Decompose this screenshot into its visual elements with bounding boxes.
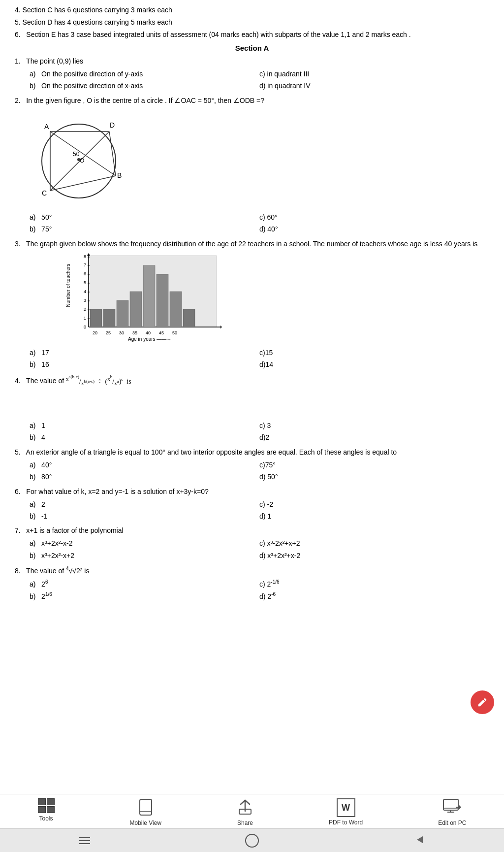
svg-rect-40 [170,292,182,327]
svg-text:40: 40 [146,330,151,335]
svg-text:35: 35 [132,330,137,335]
q7-option-a: a) x³+2x²-x-2 [30,538,259,549]
svg-text:50: 50 [73,151,80,158]
q3-options: a) 17 c)15 b) 16 d)14 [15,347,489,370]
edit-icon [477,697,488,708]
question-1: 1. The point (0,9) lies a) On the positi… [15,56,489,92]
q6-option-c: c) -2 [259,499,489,510]
svg-rect-54 [140,799,152,815]
q6-options: a) 2 c) -2 b) -1 d) 1 [15,499,489,522]
q2-option-a: a) 50° [30,212,259,223]
svg-text:Age in years ——→: Age in years ——→ [128,336,171,342]
svg-text:7: 7 [84,262,86,267]
tools-icon [38,798,55,813]
hamburger-menu-button[interactable] [75,833,94,848]
edit-on-pc-label: Edit on PC [438,819,466,826]
q1-option-b: b) On the positive direction of x-axis [30,80,259,91]
q5-option-d: d) 50° [259,471,489,482]
q8-option-c: c) 2-1/6 [259,578,489,590]
q4-formula: xa(b-c)/xb(a-c) ÷ (xb/xa)c is [66,378,131,385]
bar-chart-container: Number of teachers 0 1 2 3 [74,253,231,343]
svg-marker-64 [417,836,423,843]
svg-rect-34 [90,309,102,327]
q4-option-b: b) 4 [30,432,259,443]
q8-option-d: d) 2-6 [259,590,489,602]
header-line5: 5. Section D has 4 questions carrying 5 … [15,17,489,28]
svg-text:1: 1 [84,316,86,321]
q4-option-a: a) 1 [30,420,259,431]
mobile-view-icon [138,798,154,818]
q6-option-b: b) -1 [30,511,259,522]
back-button[interactable] [410,830,429,851]
q2-option-c: c) 60° [259,212,489,223]
svg-text:O: O [80,157,84,164]
edit-on-pc-button[interactable]: Edit on PC [438,798,466,826]
svg-text:30: 30 [119,330,124,335]
svg-rect-36 [117,300,128,327]
q2-text: 2. In the given figure , O is the centre… [15,96,489,106]
svg-text:2: 2 [84,307,86,312]
header-line4: 4. Section C has 6 questions carrying 3 … [15,5,489,15]
q7-option-b: b) x³+2x²-x+2 [30,550,259,561]
q8-option-b: b) 21/6 [30,590,259,602]
pdf-to-word-label: PDF to Word [329,819,363,826]
svg-marker-63 [459,805,461,809]
edit-fab-button[interactable] [471,690,494,714]
svg-line-5 [50,131,116,176]
q8-options: a) 26 c) 2-1/6 b) 21/6 d) 2-6 [15,578,489,602]
q4-text: 4. The value of xa(b-c)/xb(a-c) ÷ (xb/xa… [15,374,489,388]
svg-text:A: A [44,123,49,131]
svg-rect-38 [143,265,155,327]
q3-option-a: a) 17 [30,347,259,358]
q7-option-c: c) x³-2x²+x+2 [259,538,489,549]
q3-text: 3. The graph given below shows the frequ… [15,239,489,249]
q5-option-c: c)75° [259,459,489,470]
svg-text:0: 0 [84,325,86,329]
mobile-view-button[interactable]: Mobile View [130,798,161,826]
question-6: 6. For what value of k, x=2 and y=-1 is … [15,487,489,522]
svg-text:50: 50 [172,330,177,335]
toolbar-items: Tools Mobile View Share [0,798,504,826]
back-icon [414,834,425,845]
q1-option-d: d) in quadrant IV [259,80,489,91]
tools-button[interactable]: Tools [38,798,55,822]
q6-option-a: a) 2 [30,499,259,510]
question-5: 5. An exterior angle of a triangle is eq… [15,447,489,483]
q7-text: 7. x+1 is a factor of the polynomial [15,525,489,536]
header-line6: 6. Section E has 3 case based integrated… [15,30,489,40]
q3-option-d: d)14 [259,359,489,370]
svg-rect-39 [157,274,168,327]
q2-option-b: b) 75° [30,224,259,234]
svg-rect-41 [183,309,195,327]
q4-option-c: c) 3 [259,420,489,431]
edit-on-pc-icon [442,798,462,818]
mobile-view-label: Mobile View [130,819,161,826]
svg-text:25: 25 [106,330,111,335]
share-button[interactable]: Share [237,798,253,826]
q1-text: 1. The point (0,9) lies [15,56,489,66]
question-4: 4. The value of xa(b-c)/xb(a-c) ÷ (xb/xa… [15,374,489,443]
question-3: 3. The graph given below shows the frequ… [15,239,489,370]
svg-text:45: 45 [159,330,164,335]
q5-option-b: b) 80° [30,471,259,482]
circle-figure: A D B C 50 O [30,112,128,205]
question-7: 7. x+1 is a factor of the polynomial a) … [15,525,489,561]
bottom-nav-bar [0,828,504,852]
home-button[interactable] [245,834,259,848]
q3-option-c: c)15 [259,347,489,358]
question-2: 2. In the given figure , O is the centre… [15,96,489,235]
svg-rect-37 [130,292,142,327]
svg-line-3 [50,176,116,191]
svg-rect-35 [103,309,115,327]
q1-option-a: a) On the positive direction of y-axis [30,68,259,79]
q6-text: 6. For what value of k, x=2 and y=-1 is … [15,487,489,497]
q6-option-d: d) 1 [259,511,489,522]
pdf-to-word-button[interactable]: W PDF to Word [329,798,363,826]
bottom-toolbar: Tools Mobile View Share [0,794,504,828]
svg-marker-52 [87,253,90,256]
svg-marker-50 [220,326,221,328]
section-a-title: Section A [15,44,489,52]
svg-text:8: 8 [84,254,86,259]
q1-option-c: c) in quadrant III [259,68,489,79]
q4-options: a) 1 c) 3 b) 4 d)2 [15,420,489,443]
